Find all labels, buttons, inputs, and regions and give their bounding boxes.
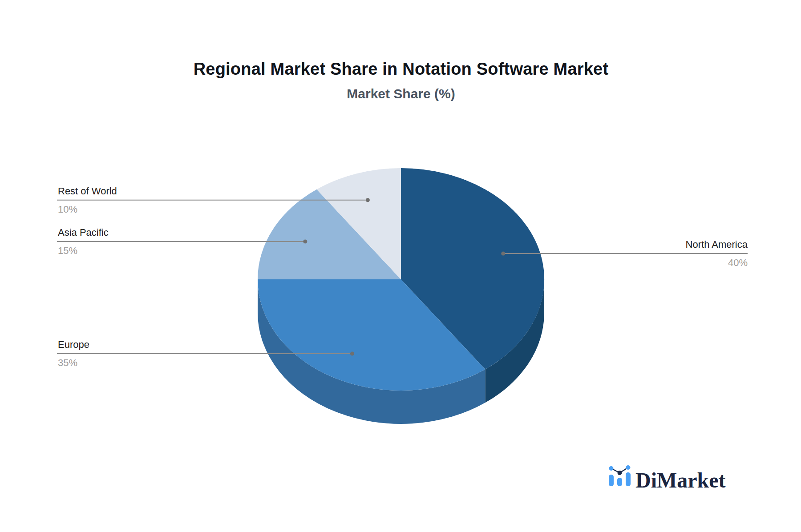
pie-slice-label-value: 10% [58,204,77,215]
pie-labels-layer: North America40%Europe35%Asia Pacific15%… [0,0,801,532]
pie-slice-label-name: Asia Pacific [58,227,109,238]
dimarket-logo: DiMarket [607,465,758,492]
pie-slice-label-value: 40% [728,257,748,268]
chart-canvas: Regional Market Share in Notation Softwa… [0,0,801,532]
bar-chart-trend-icon [607,465,634,488]
brand-name: DiMarket [635,468,726,492]
pie-slice-label-name: Rest of World [58,185,117,197]
pie-slice-label-value: 15% [58,245,77,256]
pie-slice-label-name: North America [686,239,748,250]
pie-slice-label-value: 35% [58,357,77,368]
pie-slice-label-name: Europe [58,339,89,350]
